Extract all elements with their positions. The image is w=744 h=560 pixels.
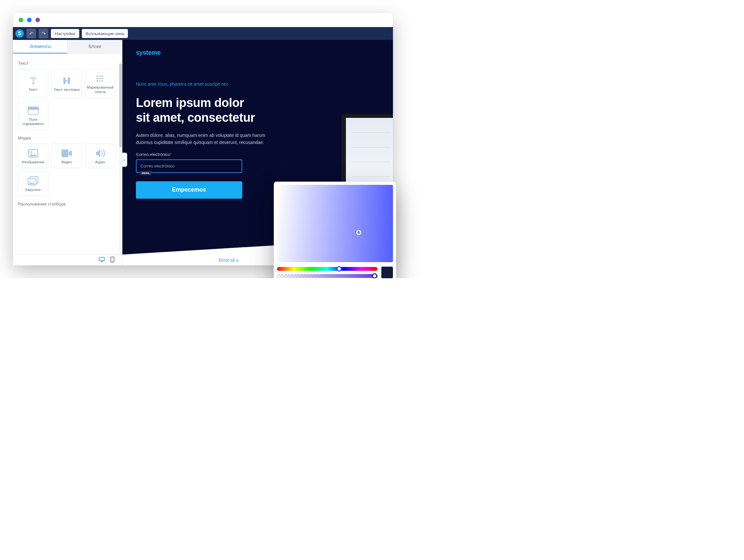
sidebar-collapse-handle[interactable]: ▸ (122, 153, 127, 167)
mobile-view-icon[interactable] (110, 257, 114, 263)
email-input[interactable]: Correo electrónico EMAIL (136, 159, 242, 173)
hero-section: Nunc ante risus, pharetra sit amet susci… (122, 57, 290, 199)
element-bullets-label: Маркированный список (87, 85, 114, 95)
hero-headline-line1: Lorem ipsum dolor (136, 96, 290, 110)
element-bullets[interactable]: Маркированный список (85, 69, 115, 98)
element-text[interactable]: Текст (18, 69, 48, 98)
app-toolbar: S ↶ ↷ Настройки Всплывающие окна (13, 27, 393, 40)
element-image-label: Изображение (22, 160, 44, 164)
color-picker[interactable]: 623CEA HEX 98 R 60 G 234 B 100 A (274, 182, 396, 278)
scrollbar-thumb[interactable] (119, 64, 122, 147)
email-placeholder: Correo electrónico (141, 163, 175, 169)
traffic-blue-icon[interactable] (27, 18, 32, 22)
tab-elements[interactable]: Элементы (13, 40, 67, 53)
text-icon (28, 75, 38, 86)
sidebar-tabs: Элементы Блоки (13, 40, 122, 54)
svg-rect-10 (62, 149, 68, 157)
heading-icon (62, 75, 72, 86)
redo-icon: ↷ (42, 31, 46, 37)
brand-logo: systeme (122, 40, 393, 57)
app-logo-icon[interactable]: S (15, 29, 24, 38)
svg-point-13 (30, 180, 31, 181)
element-audio[interactable]: Аудио (85, 144, 115, 168)
element-audio-label: Аудио (95, 160, 105, 164)
section-columns-label: Расположение столбцов (18, 201, 117, 207)
svg-point-9 (30, 151, 32, 153)
svg-rect-14 (99, 257, 104, 261)
element-content-field-label: Поле содержимого (20, 117, 47, 126)
sv-cursor[interactable] (356, 230, 361, 235)
truncated-link[interactable]: Error sit v (219, 258, 238, 263)
popups-button[interactable]: Всплывающие окна (82, 29, 128, 38)
settings-button[interactable]: Настройки (51, 29, 79, 38)
window-titlebar (13, 13, 393, 27)
svg-rect-1 (99, 76, 103, 77)
viewport-toggle (13, 254, 122, 265)
hue-slider[interactable] (277, 267, 377, 271)
carousel-icon (28, 176, 39, 186)
saturation-value-area[interactable] (277, 185, 393, 262)
app-window: S ↶ ↷ Настройки Всплывающие окна Элемент… (13, 13, 393, 265)
element-video[interactable]: Видео (51, 144, 82, 168)
email-label-text: Correo electrónico (136, 152, 170, 157)
svg-point-0 (97, 75, 98, 77)
chevron-right-icon: ▸ (124, 157, 125, 162)
video-icon (62, 148, 72, 159)
sidebar: Элементы Блоки Текст Текст (13, 40, 122, 265)
section-text-label: Текст (18, 61, 117, 66)
bullets-icon (95, 73, 105, 84)
elements-panel: Текст Текст Текст заголовка (13, 54, 122, 254)
current-color-swatch (381, 267, 393, 278)
traffic-green-icon[interactable] (19, 18, 23, 22)
tab-blocks[interactable]: Блоки (67, 40, 122, 53)
image-icon (28, 148, 38, 159)
svg-point-2 (97, 78, 98, 79)
hue-thumb[interactable] (337, 266, 342, 271)
element-carousel[interactable]: Карусель (18, 171, 48, 196)
element-heading-label: Текст заголовка (53, 87, 80, 92)
svg-rect-3 (99, 78, 103, 79)
hero-headline-line2: sit amet, consectetur (136, 110, 290, 125)
svg-rect-15 (101, 261, 103, 262)
undo-icon: ↶ (29, 31, 34, 37)
email-field-label: Correo electrónico* (136, 152, 290, 157)
element-content-field[interactable]: Поле содержимого (18, 101, 48, 130)
svg-point-4 (97, 80, 98, 82)
traffic-lights (19, 18, 40, 22)
svg-rect-7 (28, 107, 38, 110)
element-carousel-label: Карусель (26, 188, 41, 192)
required-asterisk: * (170, 152, 172, 157)
traffic-purple-icon[interactable] (35, 18, 40, 22)
redo-button[interactable]: ↷ (39, 29, 48, 38)
hero-paragraph: Autem dolore, alias, numquam enim ab vol… (136, 132, 271, 146)
hero-eyebrow: Nunc ante risus, pharetra sit amet susci… (136, 81, 290, 87)
email-type-badge: EMAIL (140, 171, 152, 175)
svg-point-17 (112, 261, 113, 261)
alpha-slider[interactable] (277, 274, 377, 278)
element-video-label: Видео (62, 160, 72, 164)
content-field-icon (28, 105, 39, 116)
element-image[interactable]: Изображение (18, 144, 48, 168)
audio-icon (95, 148, 105, 159)
alpha-thumb[interactable] (372, 273, 377, 278)
element-text-label: Текст (29, 87, 38, 92)
svg-rect-5 (99, 80, 103, 81)
hero-headline: Lorem ipsum dolor sit amet, consectetur (136, 96, 290, 125)
undo-button[interactable]: ↶ (27, 29, 36, 38)
cta-button[interactable]: Empecemos (136, 181, 242, 199)
desktop-view-icon[interactable] (99, 257, 105, 263)
element-heading[interactable]: Текст заголовка (51, 69, 82, 98)
section-media-label: Медиа (18, 136, 117, 140)
